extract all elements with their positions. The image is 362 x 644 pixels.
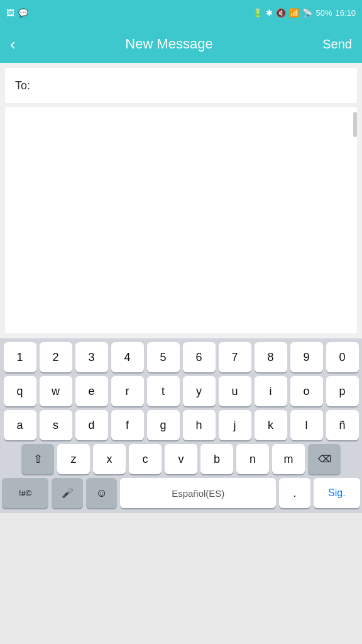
message-body[interactable] xyxy=(5,107,357,333)
period-button[interactable]: . xyxy=(279,478,310,508)
emoji-button[interactable]: ☺ xyxy=(86,478,118,508)
scroll-indicator xyxy=(353,112,357,137)
status-right: 🔋 ✱ 🔇 📶 📡 50% 16:10 xyxy=(253,8,356,18)
keyboard-row-zxcv: ⇧ z x c v b n m ⌫ xyxy=(2,444,360,474)
key-i[interactable]: i xyxy=(255,376,287,406)
key-b[interactable]: b xyxy=(200,444,233,474)
key-6[interactable]: 6 xyxy=(183,342,216,372)
key-t[interactable]: t xyxy=(147,376,180,406)
key-5[interactable]: 5 xyxy=(147,342,180,372)
key-h[interactable]: h xyxy=(183,410,216,440)
key-n-tilde[interactable]: ñ xyxy=(326,410,359,440)
status-bar: 🖼 💬 🔋 ✱ 🔇 📶 📡 50% 16:10 xyxy=(0,0,362,25)
key-l[interactable]: l xyxy=(290,410,323,440)
status-left-icons: 🖼 💬 xyxy=(6,8,28,18)
signal-icon: 📡 xyxy=(302,8,312,18)
to-input[interactable] xyxy=(35,79,347,92)
key-d[interactable]: d xyxy=(75,410,108,440)
keyboard: 1 2 3 4 5 6 7 8 9 0 q w e r t y u i o p … xyxy=(0,338,362,513)
key-p[interactable]: p xyxy=(326,376,359,406)
key-j[interactable]: j xyxy=(219,410,251,440)
mic-button[interactable]: 🎤 xyxy=(52,478,83,508)
whatsapp-icon: 💬 xyxy=(18,8,28,18)
key-f[interactable]: f xyxy=(111,410,144,440)
key-q[interactable]: q xyxy=(4,376,36,406)
send-button[interactable]: Send xyxy=(322,37,352,52)
bluetooth-icon: ✱ xyxy=(266,8,273,18)
key-a[interactable]: a xyxy=(4,410,36,440)
key-x[interactable]: x xyxy=(93,444,126,474)
key-c[interactable]: c xyxy=(129,444,162,474)
clock: 16:10 xyxy=(335,8,356,18)
back-button[interactable]: ‹ xyxy=(10,36,16,52)
compose-area: To: xyxy=(0,63,362,338)
key-s[interactable]: s xyxy=(40,410,72,440)
key-9[interactable]: 9 xyxy=(290,342,323,372)
key-1[interactable]: 1 xyxy=(4,342,36,372)
nav-bar: ‹ New Message Send xyxy=(0,25,362,63)
to-label: To: xyxy=(15,79,30,92)
key-e[interactable]: e xyxy=(75,376,108,406)
key-n[interactable]: n xyxy=(236,444,269,474)
image-icon: 🖼 xyxy=(6,8,14,18)
key-2[interactable]: 2 xyxy=(40,342,72,372)
key-0[interactable]: 0 xyxy=(326,342,359,372)
key-8[interactable]: 8 xyxy=(255,342,287,372)
key-g[interactable]: g xyxy=(147,410,180,440)
space-button[interactable]: Español(ES) xyxy=(120,478,276,508)
wifi-icon: 📶 xyxy=(289,8,299,18)
key-o[interactable]: o xyxy=(290,376,323,406)
battery-icon: 🔋 xyxy=(253,8,263,18)
key-z[interactable]: z xyxy=(57,444,90,474)
key-r[interactable]: r xyxy=(111,376,144,406)
battery-percent: 50% xyxy=(315,8,332,18)
key-3[interactable]: 3 xyxy=(75,342,108,372)
keyboard-row-numbers: 1 2 3 4 5 6 7 8 9 0 xyxy=(2,342,360,372)
keyboard-row-qwerty: q w e r t y u i o p xyxy=(2,376,360,406)
delete-button[interactable]: ⌫ xyxy=(308,444,341,474)
page-title: New Message xyxy=(125,36,212,52)
symbols-button[interactable]: !#© xyxy=(2,478,48,508)
key-w[interactable]: w xyxy=(40,376,72,406)
key-k[interactable]: k xyxy=(255,410,287,440)
keyboard-row-asdf: a s d f g h j k l ñ xyxy=(2,410,360,440)
next-button[interactable]: Sig. xyxy=(314,478,360,508)
to-field[interactable]: To: xyxy=(5,68,357,103)
key-4[interactable]: 4 xyxy=(111,342,144,372)
key-u[interactable]: u xyxy=(219,376,251,406)
mute-icon: 🔇 xyxy=(276,8,286,18)
key-m[interactable]: m xyxy=(272,444,305,474)
keyboard-bottom-row: !#© 🎤 ☺ Español(ES) . Sig. xyxy=(2,478,360,508)
key-y[interactable]: y xyxy=(183,376,216,406)
key-7[interactable]: 7 xyxy=(219,342,251,372)
shift-button[interactable]: ⇧ xyxy=(21,444,54,474)
key-v[interactable]: v xyxy=(165,444,197,474)
